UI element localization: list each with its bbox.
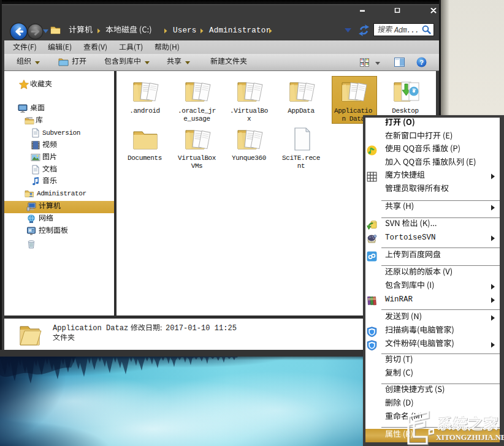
- svg-text:?: ?: [419, 59, 424, 66]
